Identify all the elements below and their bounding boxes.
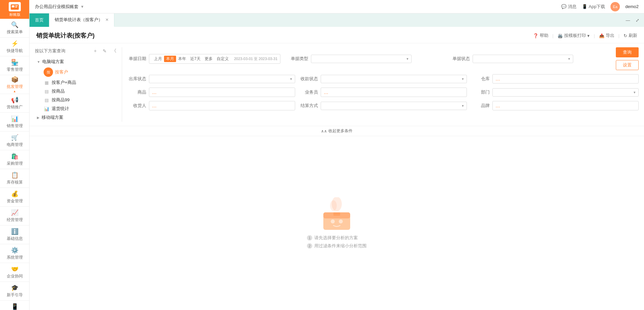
sidebar-item-finance[interactable]: 💰 资金管理 [0,188,29,207]
sidebar-item-inventory[interactable]: 📋 库存核算 [0,169,29,188]
refresh-button[interactable]: ↻ 刷新 [624,33,637,39]
tab-close-icon[interactable]: ✕ [105,17,109,22]
collapse-row[interactable]: ∧∧ 收起更多条件 [30,126,644,136]
help-icon: ❓ [533,33,538,38]
svg-point-8 [331,219,335,223]
filter-panel-header: 按以下方案查询 ＋ ✎ 《 [35,47,118,55]
svg-point-5 [330,200,337,211]
tab-sales-stat[interactable]: 销货单统计表（按客户） ✕ [49,13,114,27]
tree-child-by-product[interactable]: ▤ 按商品 [42,87,118,96]
recipient-select[interactable]: … [149,101,295,110]
sidebar-item-search-menu[interactable]: 🔍 搜索菜单 [0,19,29,38]
payment-status-select[interactable]: ▾ [321,75,467,83]
brand-select[interactable]: … [492,101,639,110]
tip-text-2: 用过滤条件来缩小分析范围 [314,243,367,249]
svg-rect-1 [12,5,14,7]
sales-icon: 📊 [11,115,18,122]
tree-child-return-stat[interactable]: 📊 退货统计 [42,104,118,113]
out-status-select[interactable]: ▾ [149,75,295,83]
enterprise-icon: 🤝 [11,265,18,273]
sidebar-item-ecommerce[interactable]: 🛒 电商管理 [0,132,29,150]
order-status-field: 单据状态 ▾ [451,55,609,63]
sidebar-item-enterprise[interactable]: 🤝 企业协同 [0,263,29,282]
basic-info-icon: ℹ️ [11,228,18,235]
message-label: 消息 [568,4,577,10]
plan-tree: ▼ 电脑端方案 按 按客户 ▦ 按客户+商品 ▤ [35,57,118,122]
chevron-down-icon2: ▾ [568,57,570,61]
tab-home[interactable]: 首页 [30,13,49,27]
topbar-arrow-icon[interactable]: ▾ [81,4,84,9]
date-tab-this-month[interactable]: 本月 [164,56,176,62]
empty-state: 1 请先选择要分析的方案 2 用过滤条件来缩小分析范围 [30,136,644,310]
help-button[interactable]: ❓ 帮助 [533,33,548,39]
topbar-left: 办公用品行业模拟账套 ▾ [35,4,84,10]
tree-child-by-customer-product[interactable]: ▦ 按客户+商品 [42,78,118,87]
date-tab-custom[interactable]: 自定义 [215,56,231,62]
print-label: 按模板打印 [564,33,586,39]
sidebar-item-wholesale[interactable]: 📦 批发管理 ▲ [0,75,29,94]
app-center-icon: 📱 [11,303,18,310]
message-button[interactable]: 💬 消息 [561,4,577,10]
collapse-panel-button[interactable]: 《 [110,47,118,55]
warehouse-select[interactable]: … [492,74,639,84]
settings-button[interactable]: 设置 [616,60,639,70]
sidebar-item-system[interactable]: ⚙️ 系统管理 [0,244,29,263]
tree-desktop-node[interactable]: ▼ 电脑端方案 [35,57,118,66]
date-tab-last-month[interactable]: 上月 [152,56,164,62]
sidebar-item-sales[interactable]: 📊 销售管理 [0,113,29,132]
filter-panel-title: 按以下方案查询 [35,48,65,54]
action-buttons: 查询 设置 [613,47,639,70]
user-name[interactable]: demo2 [625,4,639,9]
empty-tips: 1 请先选择要分析的方案 2 用过滤条件来缩小分析范围 [307,235,367,249]
tab-maximize-button[interactable]: ⤢ [633,16,641,24]
order-type-select[interactable]: ▾ [311,55,412,63]
collapse-label: 收起更多条件 [328,128,353,134]
tree-mobile-node[interactable]: ▶ 移动端方案 [35,113,118,122]
sidebar-nav: 🔍 搜索菜单 ⚡ 快捷导航 🏪 零售管理 📦 批发管理 ▲ 📢 营销推广 📊 销… [0,19,29,310]
logo: 标账版 [0,0,30,19]
export-button[interactable]: 📤 导出 [599,33,614,39]
sidebar-item-retail[interactable]: 🏪 零售管理 [0,56,29,75]
export-label: 导出 [606,33,614,39]
date-tab-this-year[interactable]: 本年 [176,56,188,62]
sidebar-item-marketing[interactable]: 📢 营销推广 [0,94,29,113]
tab-minimize-button[interactable]: — [624,16,632,24]
date-control[interactable]: 上月 本月 本年 近7天 更多 自定义 2023-03-01 至 2023-03… [149,54,280,64]
app-download-button[interactable]: 📱 App下载 [582,4,605,10]
add-plan-button[interactable]: ＋ [92,47,99,55]
sidebar-item-label: 系统管理 [7,255,23,260]
collapse-up-icon: ∧∧ [321,129,327,134]
sidebar-item-operations[interactable]: 📈 经营管理 [0,207,29,225]
sidebar-item-quick-nav[interactable]: ⚡ 快捷导航 [0,38,29,56]
print-icon: 🖨️ [557,33,563,38]
app-download-icon: 📱 [582,4,587,9]
salesperson-select[interactable]: … [321,88,467,97]
settlement-select[interactable]: ▾ [321,102,467,110]
sidebar-item-procurement[interactable]: 🛍️ 采购管理 [0,150,29,169]
department-select[interactable]: ▾ [492,88,639,97]
sidebar-item-label: 企业协同 [7,273,23,279]
salesperson-label: 业务员 [299,89,318,95]
sidebar-item-label: 搜索菜单 [7,29,23,35]
query-button[interactable]: 查询 [616,47,639,57]
sidebar-item-app-center[interactable]: 📱 应用中心 [0,301,29,310]
filter-row-4: 收货人 … 结算方式 ▾ 品牌 [127,101,639,110]
product-select[interactable]: … [149,88,295,97]
date-tab-more[interactable]: 更多 [203,56,215,62]
operations-icon: 📈 [11,209,18,216]
tree-child-by-product-99[interactable]: ▤ 按商品99 [42,96,118,104]
export-icon: 📤 [599,33,604,38]
chart-icon: 📊 [44,106,50,112]
home-tab-label: 首页 [35,17,44,23]
sidebar-item-basic-info[interactable]: ℹ️ 基础信息 [0,225,29,244]
user-avatar[interactable]: Ea [610,2,620,11]
main-area: 办公用品行业模拟账套 ▾ 💬 消息 📱 App下载 Ea demo2 首页 销货… [30,0,644,310]
date-tab-7days[interactable]: 近7天 [188,56,203,62]
edit-plan-button[interactable]: ✎ [101,47,108,55]
sidebar-item-new-guide[interactable]: 🎓 新手引导 [0,282,29,301]
order-status-select[interactable]: ▾ [473,55,573,63]
tree-child-by-customer[interactable]: 按 按客户 [42,66,118,78]
svg-rect-3 [15,7,17,7]
filter-row-3: 商品 … 业务员 … 部门 [127,88,639,97]
print-button[interactable]: 🖨️ 按模板打印 ▾ [557,33,590,39]
